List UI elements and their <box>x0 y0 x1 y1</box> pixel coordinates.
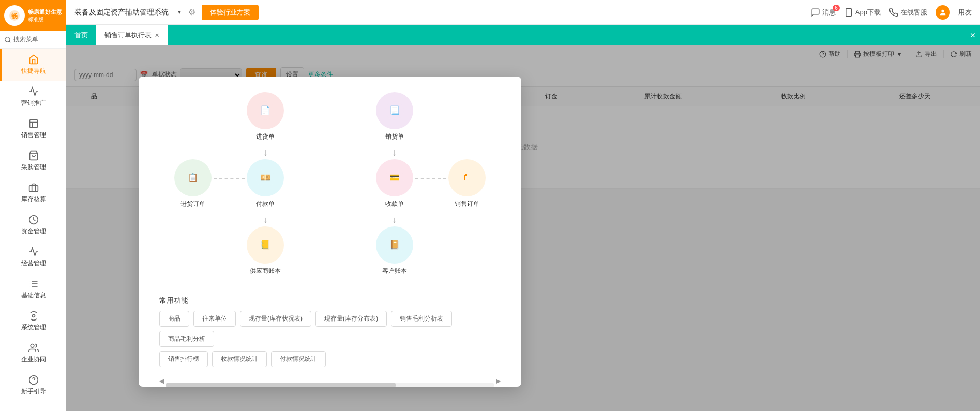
flow-node-receipt[interactable]: 💳 收款单 <box>376 159 413 208</box>
message-button[interactable]: 消息 6 <box>811 8 836 17</box>
content-area: 帮助 按模板打印 ▼ 导出 <box>66 45 980 411</box>
avatar[interactable] <box>936 5 950 20</box>
svg-text:📒: 📒 <box>260 239 271 250</box>
payment-circle: 💴 <box>247 159 284 196</box>
func-btn-sales-rank[interactable]: 销售排行榜 <box>159 351 208 367</box>
sales-bill-label: 销货单 <box>385 132 404 141</box>
sidebar-item-label: 企业协同 <box>21 355 46 364</box>
flow-node-payment[interactable]: 💴 付款单 <box>247 159 284 208</box>
func-btn-goods-profit[interactable]: 商品毛利分析 <box>159 331 214 347</box>
receipt-label: 收款单 <box>385 200 404 208</box>
user-name: 用友 <box>958 8 972 17</box>
flow-node-customer-ledger[interactable]: 📔 客户账本 <box>376 226 413 276</box>
sales-order-label: 销售订单 <box>455 200 479 208</box>
sidebar-item-enterprise[interactable]: 企业协同 <box>0 337 66 369</box>
dashed-arrow-purchase <box>214 178 245 195</box>
svg-point-19 <box>941 9 944 12</box>
supplier-ledger-label: 供应商账本 <box>250 267 281 276</box>
flow-diagram: 📋 进货订单 <box>159 92 501 281</box>
flow-node-supplier-ledger[interactable]: 📒 供应商账本 <box>247 226 284 276</box>
scroll-left-icon[interactable]: ◀ <box>159 377 164 385</box>
tab-home[interactable]: 首页 <box>66 25 96 45</box>
svg-point-14 <box>31 344 34 348</box>
experience-button[interactable]: 体验行业方案 <box>202 5 259 20</box>
sidebar-item-finance[interactable]: 资金管理 <box>0 209 66 241</box>
purchase-order-label: 进货订单 <box>180 200 205 208</box>
sidebar-item-quick-nav[interactable]: 快捷导航 <box>0 49 66 81</box>
func-btn-stock-status[interactable]: 现存量(库存状况表) <box>240 311 311 327</box>
settings-icon[interactable]: ⚙ <box>188 7 195 17</box>
svg-text:畅: 畅 <box>11 12 18 20</box>
sales-order-circle: 🗒 <box>448 159 486 196</box>
dashed-arrow-sales <box>415 178 446 195</box>
func-buttons: 商品 往来单位 现存量(库存状况表) 现存量(库存分布表) 销售毛利分析表 商品… <box>159 311 501 347</box>
dropdown-arrow-icon: ▼ <box>177 9 182 15</box>
svg-text:💴: 💴 <box>260 172 271 183</box>
svg-rect-5 <box>29 186 38 192</box>
logo-text: 畅康通好生意 <box>28 8 62 16</box>
logo: 畅 畅康通好生意 标准版 <box>0 0 66 31</box>
purchase-icon <box>28 150 39 161</box>
system-dropdown[interactable]: ▼ <box>175 9 182 15</box>
svg-text:📄: 📄 <box>260 105 271 116</box>
basic-icon <box>28 278 39 290</box>
func-btn-sales-profit[interactable]: 销售毛利分析表 <box>391 311 452 327</box>
arrow-down-supplier: ↓ <box>263 215 268 225</box>
svg-text:🗒: 🗒 <box>463 173 471 182</box>
flow-col-purchase: 📄 进货单 ↓ <box>247 92 284 281</box>
enterprise-icon <box>28 342 39 354</box>
tabs-bar: 首页 销售订单执行表 ✕ ✕ <box>66 25 980 45</box>
main-area: 装备及固定资产辅助管理系统 ▼ ⚙ 体验行业方案 消息 6 App下载 在线客服 <box>66 0 980 411</box>
svg-text:📋: 📋 <box>188 172 199 183</box>
func-btn-receipt-stat[interactable]: 收款情况统计 <box>212 351 267 367</box>
flow-node-sales-order[interactable]: 🗒 销售订单 <box>448 159 486 208</box>
flow-row-sales: 📃 销货单 ↓ <box>376 92 486 281</box>
flow-node-purchase-bill[interactable]: 📄 进货单 <box>247 92 284 141</box>
func-buttons-row2: 销售排行榜 收款情况统计 付款情况统计 <box>159 351 501 367</box>
sidebar-item-marketing[interactable]: 营销推广 <box>0 81 66 113</box>
sidebar-item-sales[interactable]: 销售管理 <box>0 113 66 145</box>
scroll-right-icon[interactable]: ▶ <box>496 377 501 385</box>
sidebar-item-guide[interactable]: 新手引导 <box>0 369 66 401</box>
app-download-button[interactable]: App下载 <box>844 8 881 17</box>
modal-overlay[interactable]: 📋 进货订单 <box>66 45 980 411</box>
sales-icon <box>28 118 39 129</box>
scroll-track[interactable] <box>166 383 494 387</box>
sidebar-item-purchase[interactable]: 采购管理 <box>0 145 66 177</box>
arrow-down-receipt: ↓ <box>392 147 397 158</box>
common-functions-title: 常用功能 <box>159 296 501 306</box>
func-btn-stock-dist[interactable]: 现存量(库存分布表) <box>315 311 387 327</box>
sidebar-item-inventory[interactable]: 库存核算 <box>0 177 66 209</box>
func-btn-goods[interactable]: 商品 <box>159 311 189 327</box>
system-title: 装备及固定资产辅助管理系统 <box>74 8 169 17</box>
purchase-bill-circle: 📄 <box>247 92 284 129</box>
customer-ledger-label: 客户账本 <box>382 267 407 276</box>
sidebar-item-operations[interactable]: 经营管理 <box>0 241 66 273</box>
purchase-bill-label: 进货单 <box>256 132 275 141</box>
app-download-label: App下载 <box>855 8 881 17</box>
online-service-label: 在线客服 <box>900 8 927 17</box>
sidebar-item-basic[interactable]: 基础信息 <box>0 273 66 305</box>
logo-icon: 畅 <box>4 5 25 26</box>
tab-label: 销售订单执行表 <box>104 31 152 40</box>
sales-bill-circle: 📃 <box>376 92 413 129</box>
func-btn-payment-stat[interactable]: 付款情况统计 <box>271 351 326 367</box>
tabs-close-all-icon[interactable]: ✕ <box>970 31 976 39</box>
modal-scrollbar: ◀ ▶ <box>159 374 501 387</box>
flow-node-purchase-order[interactable]: 📋 进货订单 <box>174 159 212 208</box>
sidebar-item-system[interactable]: 系统管理 <box>0 305 66 337</box>
sidebar: 畅 畅康通好生意 标准版 搜索菜单 快捷导航 营销推广 <box>0 0 66 411</box>
online-service-button[interactable]: 在线客服 <box>889 8 927 17</box>
svg-text:📃: 📃 <box>389 105 400 116</box>
payment-label: 付款单 <box>256 200 275 208</box>
sidebar-search[interactable]: 搜索菜单 <box>0 31 66 49</box>
tab-close-icon[interactable]: ✕ <box>155 32 159 39</box>
flow-node-sales-bill[interactable]: 📃 销货单 <box>376 92 413 141</box>
tab-sales-order[interactable]: 销售订单执行表 ✕ <box>96 25 168 45</box>
receipt-circle: 💳 <box>376 159 413 196</box>
sidebar-item-label: 资金管理 <box>21 227 46 236</box>
home-icon <box>28 54 39 65</box>
sidebar-item-label: 基础信息 <box>21 291 46 300</box>
sidebar-item-label: 库存核算 <box>21 195 46 204</box>
func-btn-counterpart[interactable]: 往来单位 <box>193 311 236 327</box>
